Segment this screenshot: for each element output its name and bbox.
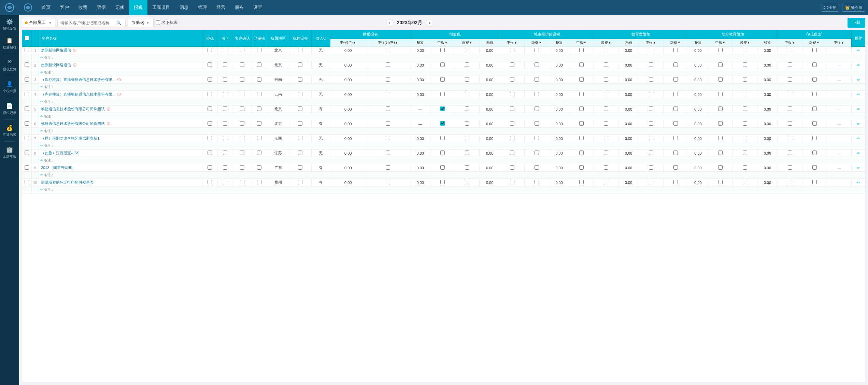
caibao-sub-check[interactable]	[366, 149, 410, 157]
jy-jiaofei-check[interactable]	[594, 179, 618, 186]
nav-item-jingying[interactable]: 经营	[212, 0, 230, 15]
chaoshu-cell[interactable]	[202, 61, 217, 69]
jy-jiaofei-check[interactable]	[594, 61, 618, 69]
cs-shenbao2-check[interactable]	[569, 47, 594, 54]
sidebar-item-baoshuizonglan[interactable]: 👁 报税总览	[0, 56, 19, 74]
cs-shenbao2-check[interactable]	[569, 120, 594, 128]
note-text-cell[interactable]: ✏ 备注：	[39, 69, 865, 76]
sidebar-item-geshuishenbao[interactable]: 👤 个税申报	[0, 77, 19, 96]
complete-cell[interactable]	[252, 135, 267, 142]
yh-jiaofei-check[interactable]	[802, 164, 827, 172]
jy-jiaofei2-check[interactable]	[663, 91, 688, 98]
tax-table-container[interactable]: 客户名称 抄税 清卡 客户确认 已完税 所属地区 税控设备 收入C 财报报表 增…	[22, 30, 865, 382]
zz-shenbao-check[interactable]	[430, 47, 455, 54]
qingka-cell[interactable]	[217, 47, 233, 54]
qingka-cell[interactable]	[217, 91, 233, 98]
df-jiaofei-check[interactable]	[733, 179, 757, 186]
jy-jiaofei2-check[interactable]	[663, 149, 688, 157]
chaoshu-cell[interactable]	[202, 164, 217, 172]
edit-icon[interactable]: ✏	[857, 92, 860, 97]
yh-shenbao-check[interactable]	[778, 105, 802, 113]
cs-shenbao2-check[interactable]	[569, 135, 594, 142]
nav-item-jizhang[interactable]: 记账	[111, 0, 129, 15]
cs-shenbao2-check[interactable]	[569, 105, 594, 113]
df-jiaofei-check[interactable]	[733, 149, 757, 157]
edit-icon[interactable]: ✏	[857, 63, 860, 68]
confirm-cell[interactable]	[233, 61, 252, 69]
zz-jiaofei-check[interactable]	[455, 149, 480, 157]
confirm-cell[interactable]	[233, 179, 252, 186]
yh-shenbao-check[interactable]	[778, 149, 802, 157]
action-edit[interactable]: ✏	[852, 164, 865, 172]
action-edit[interactable]: ✏	[852, 47, 865, 54]
row-select-checkbox[interactable]	[22, 76, 32, 84]
cs-shenbao-check[interactable]	[500, 91, 524, 98]
complete-cell[interactable]	[252, 91, 267, 98]
zz-shenbao-check[interactable]	[430, 76, 455, 84]
action-edit[interactable]: ✏	[852, 179, 865, 186]
cs-jiaofei-check[interactable]	[524, 120, 549, 128]
chaoshu-cell[interactable]	[202, 149, 217, 157]
jy-shenbao-check[interactable]	[639, 105, 663, 113]
zz-jiaofei-check[interactable]	[455, 47, 480, 54]
confirm-cell[interactable]	[233, 149, 252, 157]
note-text-cell[interactable]: ✏ 备注：	[39, 186, 865, 194]
df-shenbao-check[interactable]	[708, 91, 733, 98]
taxdevice-cell[interactable]	[289, 47, 311, 54]
note-text-cell[interactable]: ✏ 备注：	[39, 172, 865, 179]
yh-jiaofei-check[interactable]	[802, 135, 827, 142]
nav-item-fuwu[interactable]: 服务	[230, 0, 248, 15]
complete-cell[interactable]	[252, 76, 267, 84]
action-edit[interactable]: ✏	[852, 91, 865, 98]
jy-jiaofei2-check[interactable]	[663, 164, 688, 172]
cs-shenbao2-check[interactable]	[569, 76, 594, 84]
caibao-sub-check[interactable]	[366, 135, 410, 142]
yh-shenbao-check[interactable]	[778, 47, 802, 54]
row-select-checkbox[interactable]	[22, 47, 32, 54]
cs-shenbao-check[interactable]	[500, 76, 524, 84]
zz-jiaofei-check[interactable]	[455, 179, 480, 186]
taxdevice-cell[interactable]	[289, 135, 311, 142]
caibao-sub-check[interactable]	[366, 61, 410, 69]
qingka-cell[interactable]	[217, 164, 233, 172]
df-jiaofei-check[interactable]	[733, 91, 757, 98]
qingka-cell[interactable]	[217, 105, 233, 113]
cs-shenbao2-check[interactable]	[569, 164, 594, 172]
action-edit[interactable]: ✏	[852, 76, 865, 84]
jy-shenbao-check[interactable]	[639, 61, 663, 69]
cs-shenbao-check[interactable]	[500, 61, 524, 69]
taxdevice-cell[interactable]	[289, 120, 311, 128]
nav-item-xiaoxi[interactable]: 消息	[175, 0, 193, 15]
jy-jiaofei2-check[interactable]	[663, 179, 688, 186]
cs-shenbao2-check[interactable]	[569, 91, 594, 98]
note-text-cell[interactable]: ✏ 备注：	[39, 128, 865, 135]
taxdevice-cell[interactable]	[289, 179, 311, 186]
edit-icon[interactable]: ✏	[857, 180, 860, 185]
complete-cell[interactable]	[252, 149, 267, 157]
edit-icon[interactable]: ✏	[857, 151, 860, 156]
cs-shenbao-check[interactable]	[500, 164, 524, 172]
zz-jiaofei-check[interactable]	[455, 76, 480, 84]
qingka-cell[interactable]	[217, 61, 233, 69]
confirm-cell[interactable]	[233, 105, 252, 113]
jy-jiaofei2-check[interactable]	[663, 61, 688, 69]
zz-jiaofei-check[interactable]	[455, 135, 480, 142]
complete-cell[interactable]	[252, 61, 267, 69]
yh-jiaofei-check[interactable]	[802, 149, 827, 157]
yh-jiaofei-check[interactable]	[802, 179, 827, 186]
zz-shenbao-check[interactable]	[430, 105, 455, 113]
taxdevice-cell[interactable]	[289, 76, 311, 84]
yh-shenbao-check[interactable]	[778, 61, 802, 69]
yh-jiaofei-check[interactable]	[802, 91, 827, 98]
nav-item-shezhi[interactable]: 设置	[248, 0, 267, 15]
note-text-cell[interactable]: ✏ 备注：	[39, 157, 865, 164]
confirm-cell[interactable]	[233, 135, 252, 142]
cs-jiaofei-check[interactable]	[524, 135, 549, 142]
qingka-cell[interactable]	[217, 179, 233, 186]
yh-jiaofei-check[interactable]	[802, 47, 827, 54]
nav-item-gongshang[interactable]: 工商项目	[147, 0, 175, 15]
jy-shenbao-check[interactable]	[639, 135, 663, 142]
complete-cell[interactable]	[252, 179, 267, 186]
taxdevice-cell[interactable]	[289, 164, 311, 172]
row-select-checkbox[interactable]	[22, 91, 32, 98]
